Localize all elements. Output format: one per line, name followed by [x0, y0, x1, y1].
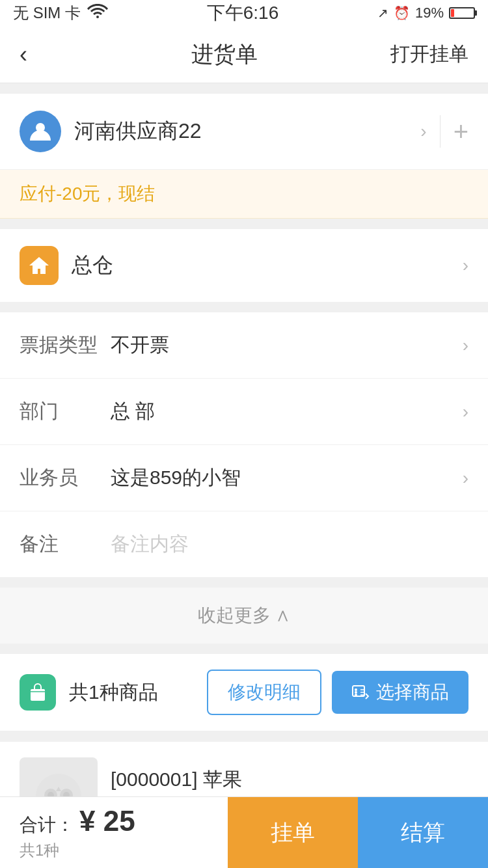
alarm-icon: ⏰: [394, 5, 410, 21]
total-label: 合计：: [20, 813, 74, 837]
status-bar: 无 SIM 卡 下午6:16 ↗ ⏰ 19%: [0, 0, 488, 26]
salesman-chevron-icon: ›: [463, 468, 468, 489]
svg-point-4: [355, 691, 357, 694]
status-left: 无 SIM 卡: [13, 3, 108, 23]
battery-percent: 19%: [415, 5, 444, 21]
total-line1: 合计： ¥ 25: [20, 805, 208, 837]
open-pending-button[interactable]: 打开挂单: [390, 41, 468, 68]
total-line2: 共1种: [20, 840, 208, 861]
back-button[interactable]: ‹: [20, 41, 59, 68]
warehouse-name: 总仓: [72, 251, 463, 280]
carrier-label: 无 SIM 卡: [13, 3, 81, 23]
total-amount: ¥ 25: [79, 805, 135, 837]
checkout-button[interactable]: 结算: [358, 797, 488, 869]
location-icon: ↗: [377, 5, 388, 21]
salesman-row[interactable]: 业务员 这是859的小智 ›: [0, 445, 488, 511]
status-time: 下午6:16: [207, 1, 279, 25]
warehouse-card: 总仓 ›: [0, 229, 488, 302]
invoice-row[interactable]: 票据类型 不开票 ›: [0, 312, 488, 379]
product-section: 共1种商品 修改明细 选择商品: [0, 654, 488, 731]
svg-point-3: [355, 688, 357, 691]
product-id: [0000001]: [111, 768, 203, 790]
supplier-chevron-icon: ›: [420, 121, 426, 142]
supplier-avatar: [20, 111, 61, 152]
supplier-name: 河南供应商22: [74, 117, 420, 146]
collapse-label: 收起更多 ∧: [198, 603, 291, 628]
battery-icon: [449, 7, 475, 19]
separator-1: [0, 83, 488, 94]
footer: 合计： ¥ 25 共1种 挂单 结算: [0, 796, 488, 868]
wifi-icon: [87, 4, 108, 22]
dept-value: 总 部: [111, 398, 463, 425]
dept-chevron-icon: ›: [463, 401, 468, 422]
notice-text: 应付-20元，现结: [20, 183, 155, 204]
supplier-row[interactable]: 河南供应商22 › +: [0, 94, 488, 170]
dept-row[interactable]: 部门 总 部 ›: [0, 379, 488, 445]
remark-label: 备注: [20, 531, 111, 558]
svg-point-5: [355, 694, 357, 696]
select-product-label: 选择商品: [376, 680, 449, 705]
collapse-bar[interactable]: 收起更多 ∧: [0, 588, 488, 644]
supplier-card: 河南供应商22 › + 应付-20元，现结: [0, 94, 488, 219]
form-card: 票据类型 不开票 › 部门 总 部 › 业务员 这是859的小智 › 备注 备注…: [0, 312, 488, 577]
invoice-chevron-icon: ›: [463, 335, 468, 356]
product-name: [0000001] 苹果: [111, 766, 438, 793]
dept-label: 部门: [20, 398, 111, 425]
remark-row[interactable]: 备注 备注内容: [0, 511, 488, 577]
invoice-value: 不开票: [111, 332, 463, 359]
invoice-label: 票据类型: [20, 332, 111, 359]
product-count: 共1种商品: [69, 679, 207, 706]
footer-total: 合计： ¥ 25 共1种: [0, 805, 228, 861]
salesman-value: 这是859的小智: [111, 465, 463, 491]
add-supplier-button[interactable]: +: [454, 117, 468, 146]
warehouse-chevron-icon: ›: [463, 255, 468, 276]
notice-bar: 应付-20元，现结: [0, 170, 488, 219]
vertical-divider: [440, 115, 441, 148]
product-title: 苹果: [203, 768, 242, 790]
product-header: 共1种商品 修改明细 选择商品: [0, 654, 488, 731]
warehouse-row[interactable]: 总仓 ›: [0, 229, 488, 302]
nav-bar: ‹ 进货单 打开挂单: [0, 26, 488, 83]
remark-input[interactable]: 备注内容: [111, 531, 468, 558]
edit-detail-button[interactable]: 修改明细: [207, 670, 321, 715]
salesman-label: 业务员: [20, 465, 111, 491]
hang-button[interactable]: 挂单: [228, 797, 358, 869]
status-right: ↗ ⏰ 19%: [377, 5, 475, 21]
svg-rect-1: [31, 689, 45, 701]
page-title: 进货单: [191, 40, 258, 70]
warehouse-icon: [20, 246, 59, 285]
product-icon: [20, 674, 56, 711]
select-product-button[interactable]: 选择商品: [332, 671, 468, 714]
